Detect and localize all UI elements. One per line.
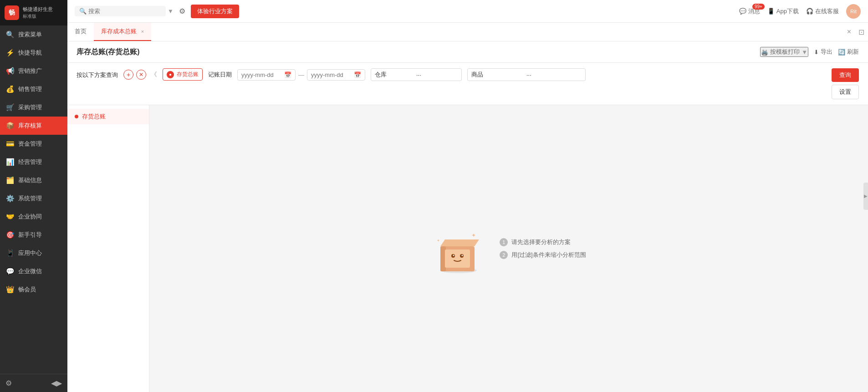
sidebar-bottom: ⚙ ◀▶ [0,374,67,392]
sidebar-item-label: 资金管理 [18,140,42,148]
sidebar-item-member[interactable]: 👑 畅会员 [0,280,67,299]
app-download-label: App下载 [776,7,799,15]
sidebar-item-inventory[interactable]: 📦 库存核算 [0,117,67,135]
logo-icon: 畅 [5,5,19,20]
print-dropdown-icon: ▼ [802,49,807,56]
sidebar-item-label: 营销推广 [18,67,42,75]
scheme-list-item-label: 存货总账 [82,112,106,121]
date-end-field[interactable]: 📅 [307,69,365,81]
refresh-label: 刷新 [847,48,859,56]
tab-panel-close-btn[interactable]: × [840,23,858,41]
filter-collapse-btn[interactable]: 《 [149,70,159,80]
search-input[interactable] [88,8,152,15]
scheme-dot-icon: ● [167,71,174,78]
print-icon: 🖨️ [761,49,768,56]
empty-illustration: ✦ ✦ · [431,221,486,276]
refresh-btn[interactable]: 🔄 刷新 [838,48,859,56]
sidebar-nav: 🔍 搜索菜单 ⚡ 快捷导航 📢 营销推广 💰 销售管理 🛒 采购管理 📦 库存核… [0,25,67,374]
warehouse-label: 仓库 [375,71,416,79]
right-panel-toggle[interactable]: ▶ [863,183,868,210]
settings-icon[interactable]: ⚙ [5,379,12,387]
svg-marker-2 [440,239,479,246]
svg-text:✦: ✦ [437,239,440,243]
tab-inventory-ledger[interactable]: 库存成本总账 × [94,23,151,41]
empty-svg: ✦ ✦ · [431,221,486,276]
gear-icon[interactable]: ⚙ [179,7,185,15]
page-actions: 🖨️ 按模板打印 ▼ ⬇ 导出 🔄 刷新 [760,47,859,57]
date-start-input[interactable] [241,71,282,78]
sidebar: 畅 畅捷通好生意 标准版 🔍 搜索菜单 ⚡ 快捷导航 📢 营销推广 💰 销售管理… [0,0,67,392]
calendar-end-icon[interactable]: 📅 [354,71,361,78]
sidebar-item-appcenter[interactable]: 📱 应用中心 [0,244,67,262]
date-end-input[interactable] [311,71,352,78]
sidebar-item-marketing[interactable]: 📢 营销推广 [0,62,67,80]
svg-text:✦: ✦ [471,232,476,239]
empty-content: ✦ ✦ · 1 请先选择要分析的方案 2 用[过滤]条件来缩 [431,221,586,276]
headset-icon: 🎧 [806,8,813,15]
toggle-icon: ▶ [863,193,868,199]
sidebar-item-purchase[interactable]: 🛒 采购管理 [0,98,67,117]
sidebar-item-quicknav[interactable]: ⚡ 快捷导航 [0,44,67,62]
export-btn[interactable]: ⬇ 导出 [814,48,832,56]
sidebar-item-sales[interactable]: 💰 销售管理 [0,80,67,98]
filter-label: 按以下方案查询 [77,68,118,79]
calendar-start-icon[interactable]: 📅 [284,71,291,78]
collapse-icon[interactable]: ◀▶ [51,379,62,387]
empty-tip-1: 1 请先选择要分析的方案 [500,238,586,246]
sidebar-item-guide[interactable]: 🎯 新手引导 [0,226,67,244]
scheme-list-panel: 存货总账 [67,105,149,392]
tip-text-2: 用[过滤]条件来缩小分析范围 [511,251,586,259]
sidebar-item-operation[interactable]: 📊 经营管理 [0,153,67,171]
tab-close-icon[interactable]: × [141,29,144,34]
settings-btn[interactable]: 设置 [832,85,859,99]
warehouse-more-btn[interactable]: ··· [416,71,458,78]
svg-rect-4 [445,249,470,268]
warehouse-field[interactable]: 仓库 ··· [371,68,462,81]
phone-icon: 📱 [767,8,775,15]
product-more-btn[interactable]: ··· [526,71,582,78]
export-icon: ⬇ [814,49,819,56]
logo-subtitle: 标准版 [23,13,53,20]
sidebar-item-search[interactable]: 🔍 搜索菜单 [0,25,67,44]
sidebar-item-corpwechat[interactable]: 💬 企业微信 [0,262,67,280]
service-btn[interactable]: 🎧 在线客服 [806,7,839,15]
header-search-area[interactable]: 🔍 [75,6,166,16]
filter-scheme-item[interactable]: ● 存货总账 [163,68,203,81]
page-title: 库存总账(存货总账) [77,47,140,57]
print-btn[interactable]: 🖨️ 按模板打印 ▼ [760,47,808,57]
sidebar-item-system[interactable]: ⚙️ 系统管理 [0,189,67,208]
empty-tip-2: 2 用[过滤]条件来缩小分析范围 [500,251,586,259]
tip-num-2: 2 [500,251,508,259]
sidebar-item-cooperation[interactable]: 🤝 企业协同 [0,208,67,226]
scheme-list-item-active[interactable]: 存货总账 [67,109,149,124]
tab-active-label: 库存成本总账 [101,28,137,35]
date-separator: — [298,71,304,78]
query-btn[interactable]: 查询 [832,68,859,82]
purchase-icon: 🛒 [5,103,15,112]
sidebar-item-label: 企业微信 [18,267,42,275]
date-range: 📅 — 📅 [237,69,365,81]
filter-area: 按以下方案查询 + ✕ 《 ● 存货总账 记账日期 📅 — [67,63,868,105]
app-download-btn[interactable]: 📱 App下载 [767,7,799,15]
search-dropdown-icon[interactable]: ▼ [168,8,174,15]
sidebar-item-label: 基础信息 [18,176,42,184]
empty-tips: 1 请先选择要分析的方案 2 用[过滤]条件来缩小分析范围 [500,238,586,259]
product-field[interactable]: 商品 ··· [467,68,586,81]
svg-text:·: · [475,248,475,252]
messages-btn[interactable]: 💬 消息 99+ [739,7,760,15]
tab-home[interactable]: 首页 [67,23,94,41]
panel-expand-icon[interactable]: ⊡ [858,28,864,36]
sidebar-item-basic[interactable]: 🗂️ 基础信息 [0,171,67,189]
avatar[interactable]: Rit [846,4,861,19]
filter-fields: 记账日期 📅 — 📅 仓库 ··· [208,68,826,81]
body-area: 存货总账 [67,105,868,392]
sidebar-item-finance[interactable]: 💳 资金管理 [0,135,67,153]
filter-remove-btn[interactable]: ✕ [136,70,146,80]
sidebar-item-label: 畅会员 [18,285,36,294]
tab-home-label: 首页 [75,28,87,35]
filter-add-btn[interactable]: + [123,70,133,80]
industry-btn[interactable]: 体验行业方案 [191,5,239,18]
header-right: 💬 消息 99+ 📱 App下载 🎧 在线客服 Rit [739,4,861,19]
date-start-field[interactable]: 📅 [237,69,296,81]
top-header: 🔍 ▼ ⚙ 体验行业方案 💬 消息 99+ 📱 App下载 🎧 在线客服 Rit [67,0,868,23]
